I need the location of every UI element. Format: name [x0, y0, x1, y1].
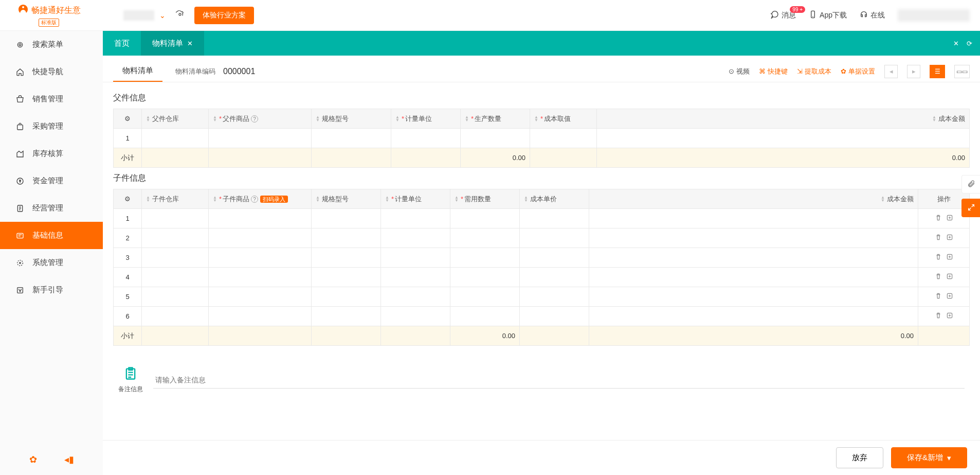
sidebar-item-search-menu[interactable]: 搜索菜单: [0, 31, 103, 58]
tab-material-list[interactable]: 物料清单 ✕: [141, 31, 204, 56]
row-operations: [918, 268, 970, 287]
expand-rail-button[interactable]: [961, 199, 980, 217]
table-row[interactable]: 5: [114, 287, 970, 307]
doc-settings-label: 单据设置: [848, 67, 875, 76]
headset-icon: [860, 10, 868, 20]
col-cost-method[interactable]: ▲▼*成本取值: [530, 109, 597, 129]
doc-tab-material-list[interactable]: 物料清单: [113, 61, 162, 82]
delete-row-icon[interactable]: [935, 293, 942, 301]
col-required-qty[interactable]: ▲▼*需用数量: [450, 189, 520, 209]
add-row-icon[interactable]: [946, 215, 953, 223]
home-icon: [15, 67, 25, 77]
settings-icon[interactable]: ✿: [29, 454, 37, 465]
chart-icon: [15, 149, 25, 159]
sidebar-item-label: 系统管理: [32, 258, 63, 268]
messages-button[interactable]: 消息 99 +: [771, 10, 796, 20]
sidebar-item-system[interactable]: 系统管理: [0, 249, 103, 276]
col-child-product[interactable]: ▲▼*子件商品?扫码录入: [209, 189, 312, 209]
sidebar-footer: ✿ ◂▮: [0, 444, 103, 475]
col-unit[interactable]: ▲▼*计量单位: [391, 109, 461, 129]
online-support-button[interactable]: 在线: [860, 10, 885, 20]
sidebar-item-inventory[interactable]: 库存核算: [0, 140, 103, 167]
gear-icon: ⚙: [124, 195, 131, 203]
add-row-icon[interactable]: [946, 313, 953, 321]
col-spec[interactable]: ▲▼规格型号: [312, 189, 381, 209]
close-icon[interactable]: ✕: [187, 40, 193, 47]
child-section-title: 子件信息: [113, 168, 970, 189]
delete-row-icon[interactable]: [935, 313, 942, 321]
row-number: 3: [114, 248, 142, 268]
table-row[interactable]: 2: [114, 228, 970, 248]
col-child-warehouse[interactable]: ▲▼子件仓库: [142, 189, 209, 209]
sidebar-item-newbie[interactable]: 新手引导: [0, 276, 103, 304]
top-header: 畅捷通好生意 标准版 ⌄ 体验行业方案 消息 99 + App下载 在: [0, 0, 980, 31]
experience-solution-button[interactable]: 体验行业方案: [194, 7, 254, 24]
shortcut-action[interactable]: ⌘ 快捷键: [759, 67, 788, 76]
col-gear[interactable]: ⚙: [114, 189, 142, 209]
col-cost-amount[interactable]: ▲▼成本金额: [597, 109, 970, 129]
sidebar-item-purchase[interactable]: 采购管理: [0, 113, 103, 140]
shortcut-label: 快捷键: [768, 67, 788, 76]
play-icon: ⊙: [729, 67, 734, 75]
col-parent-product[interactable]: ▲▼*父件商品?: [209, 109, 312, 129]
info-icon[interactable]: ?: [251, 196, 258, 203]
chat-icon: [771, 10, 779, 20]
row-number: 4: [114, 268, 142, 287]
video-action[interactable]: ⊙ 视频: [729, 67, 750, 76]
sidebar-item-funds[interactable]: 资金管理: [0, 167, 103, 195]
delete-row-icon[interactable]: [935, 215, 942, 223]
col-parent-warehouse[interactable]: ▲▼父件仓库: [142, 109, 209, 129]
info-icon[interactable]: ?: [251, 115, 258, 122]
delete-row-icon[interactable]: [935, 235, 942, 242]
col-unit[interactable]: ▲▼*计量单位: [381, 189, 450, 209]
scan-code-badge[interactable]: 扫码录入: [260, 196, 288, 203]
col-spec[interactable]: ▲▼规格型号: [312, 109, 391, 129]
org-dropdown[interactable]: ⌄: [123, 10, 166, 21]
add-row-icon[interactable]: [946, 254, 953, 262]
row-number: 2: [114, 228, 142, 248]
close-all-tabs-icon[interactable]: ✕: [953, 40, 959, 47]
add-row-icon[interactable]: [946, 274, 953, 282]
parent-section-title: 父件信息: [113, 87, 970, 109]
attachment-rail-button[interactable]: [961, 175, 980, 193]
collapse-sidebar-icon[interactable]: ◂▮: [64, 454, 74, 465]
discard-button[interactable]: 放弃: [836, 447, 883, 468]
extract-cost-action[interactable]: ⇲ 提取成本: [797, 67, 831, 76]
table-row[interactable]: 6: [114, 307, 970, 326]
col-qty[interactable]: ▲▼*生产数量: [461, 109, 530, 129]
bag-icon: [15, 122, 25, 131]
sidebar-item-sales[interactable]: 销售管理: [0, 85, 103, 113]
delete-row-icon[interactable]: [935, 274, 942, 282]
add-row-icon[interactable]: [946, 235, 953, 242]
view-list-button[interactable]: ☰: [930, 65, 945, 78]
prev-doc-button[interactable]: ◂: [884, 65, 898, 78]
row-operations: [918, 287, 970, 307]
next-doc-button[interactable]: ▸: [907, 65, 920, 78]
user-area-redacted: [898, 9, 970, 22]
subtotal-label: 小计: [114, 326, 142, 346]
col-unit-cost[interactable]: ▲▼成本单价: [520, 189, 589, 209]
col-cost-amount[interactable]: ▲▼成本金额: [589, 189, 918, 209]
doc-settings-action[interactable]: ✿ 单据设置: [841, 67, 875, 76]
sidebar-item-basic-info[interactable]: 基础信息: [0, 222, 103, 249]
table-row[interactable]: 4: [114, 268, 970, 287]
table-row[interactable]: 3: [114, 248, 970, 268]
sidebar-item-biz[interactable]: 经营管理: [0, 195, 103, 222]
table-row[interactable]: 1: [114, 129, 970, 148]
delete-row-icon[interactable]: [935, 254, 942, 262]
sidebar-item-quick-nav[interactable]: 快捷导航: [0, 58, 103, 85]
settings-gear-button[interactable]: [176, 10, 184, 21]
view-card-button[interactable]: ▭▭: [954, 65, 970, 78]
app-download-button[interactable]: App下载: [809, 10, 847, 20]
svg-point-3: [17, 42, 22, 47]
save-and-new-button[interactable]: 保存&新增 ▾: [891, 447, 967, 468]
refresh-icon[interactable]: ⟳: [967, 40, 972, 47]
add-row-icon[interactable]: [946, 293, 953, 301]
remark-input[interactable]: [153, 372, 965, 389]
svg-rect-5: [17, 125, 23, 129]
tab-home[interactable]: 首页: [103, 31, 141, 56]
row-operations: [918, 228, 970, 248]
col-gear[interactable]: ⚙: [114, 109, 142, 129]
table-row[interactable]: 1: [114, 209, 970, 228]
gear-icon: ⚙: [124, 115, 131, 122]
